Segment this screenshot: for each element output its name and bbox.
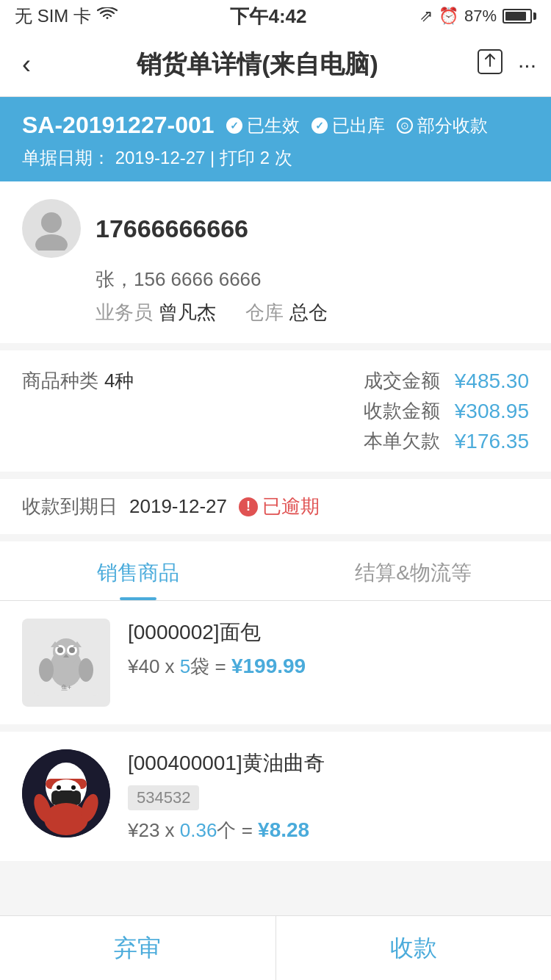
customer-row: 17666666666: [22, 199, 529, 258]
more-button[interactable]: ···: [518, 52, 536, 77]
back-button[interactable]: ‹: [15, 42, 38, 87]
overdue-badge: ! 已逾期: [239, 494, 320, 519]
status-bar: 无 SIM 卡 下午4:42 ⇗ ⏰ 87%: [0, 0, 551, 32]
separator-1: =: [209, 655, 231, 677]
received-value: ¥308.95: [455, 400, 529, 423]
svg-text:鱼+: 鱼+: [61, 684, 71, 691]
qty-unit-1: 袋: [190, 655, 209, 677]
amount-label: 成交金额: [364, 368, 440, 394]
product-thumb-2: [22, 749, 110, 837]
status-bar-left: 无 SIM 卡: [15, 4, 118, 28]
warehouse-label: 仓库: [245, 300, 284, 325]
staff-label: 业务员: [96, 300, 153, 325]
share-button[interactable]: [477, 48, 503, 80]
alarm-icon: ⏰: [439, 7, 458, 26]
product-total-2: ¥8.28: [258, 818, 309, 841]
stats-section: 商品种类 4种 成交金额 ¥485.30 收款金额 ¥308.95 本单欠款 ¥…: [0, 350, 551, 472]
staff-name: 曾凡杰: [159, 300, 216, 325]
product-name-2: [000400001]黄油曲奇: [128, 749, 529, 777]
price-text-2: ¥23 x: [128, 819, 180, 841]
warehouse-name: 总仓: [289, 300, 328, 325]
svg-point-2: [41, 212, 62, 233]
product-price-1: ¥40 x 5袋 = ¥199.99: [128, 654, 529, 680]
stats-left: 商品种类 4种: [22, 368, 134, 394]
product-info-1: [0000002]面包 ¥40 x 5袋 = ¥199.99: [128, 619, 529, 680]
status-bar-time: 下午4:42: [230, 4, 306, 29]
tab-settlement[interactable]: 结算&物流等: [276, 541, 551, 600]
wifi-icon: [97, 6, 118, 26]
debt-label: 本单欠款: [364, 428, 440, 454]
qty-value-1: 5: [180, 655, 190, 677]
page-title: 销货单详情(来自电脑): [38, 48, 477, 82]
order-banner: SA-20191227-001 ✓ 已生效 ✓ 已出库 ⊙ 部分收款 单据日期：…: [0, 97, 551, 181]
date-label: 单据日期：: [22, 148, 110, 167]
check-icon-2: ✓: [311, 118, 328, 134]
battery-percentage: 87%: [464, 7, 497, 26]
amount-value: ¥485.30: [455, 370, 529, 393]
category-label: 商品种类: [22, 368, 98, 394]
svg-point-26: [44, 803, 88, 835]
svg-point-10: [69, 647, 75, 653]
confirm-button[interactable]: 收款: [276, 916, 552, 980]
bottom-bar: 弃审 收款: [0, 915, 551, 980]
list-item: [000400001]黄油曲奇 534532 ¥23 x 0.36个 = ¥8.…: [0, 732, 551, 861]
svg-point-25: [71, 785, 76, 790]
svg-point-9: [57, 647, 63, 653]
svg-point-24: [57, 785, 61, 790]
nav-actions: ···: [477, 48, 536, 80]
product-thumb-1: 鱼+: [22, 619, 110, 707]
tab-underline: [120, 597, 156, 600]
print-info: | 打印 2 次: [210, 148, 292, 167]
product-total-1: ¥199.99: [231, 655, 306, 677]
qty-unit-2: 个: [217, 819, 236, 841]
status-shipped: ✓ 已出库: [311, 114, 385, 137]
cancel-button[interactable]: 弃审: [0, 916, 276, 980]
separator-2: =: [236, 819, 258, 841]
order-id: SA-20191227-001: [22, 112, 215, 139]
customer-staff-row: 业务员 曾凡杰 仓库 总仓: [96, 300, 529, 325]
due-section: 收款到期日 2019-12-27 ! 已逾期: [0, 479, 551, 534]
location-icon: ⇗: [419, 7, 433, 26]
customer-id: 17666666666: [96, 215, 248, 243]
qty-value-2: 0.36: [180, 819, 217, 841]
tab-section: 销售商品 结算&物流等: [0, 541, 551, 601]
received-label: 收款金额: [364, 398, 440, 424]
stats-received-row: 收款金额 ¥308.95: [364, 398, 529, 424]
price-text-1: ¥40 x: [128, 655, 180, 677]
debt-value: ¥176.35: [455, 430, 529, 453]
product-list: 鱼+ [0000002]面包 ¥40 x 5袋 = ¥199.99: [0, 601, 551, 861]
clock-icon: ⊙: [397, 118, 413, 134]
svg-point-15: [79, 658, 93, 682]
stats-right: 成交金额 ¥485.30 收款金额 ¥308.95 本单欠款 ¥176.35: [364, 368, 529, 454]
status-partial: ⊙ 部分收款: [397, 114, 488, 137]
tab-sales-products[interactable]: 销售商品: [0, 541, 276, 600]
stats-category: 商品种类 4种: [22, 368, 134, 394]
stats-amount-row: 成交金额 ¥485.30: [364, 368, 529, 394]
carrier-label: 无 SIM 卡: [15, 4, 91, 28]
status-effective: ✓ 已生效: [226, 114, 300, 137]
customer-detail: 张，156 6666 6666: [96, 267, 529, 292]
customer-section: 17666666666 张，156 6666 6666 业务员 曾凡杰 仓库 总…: [0, 181, 551, 343]
due-date-value: 2019-12-27: [129, 495, 227, 518]
order-id-row: SA-20191227-001 ✓ 已生效 ✓ 已出库 ⊙ 部分收款: [22, 112, 529, 139]
due-label: 收款到期日: [22, 494, 118, 519]
battery-icon: [503, 9, 536, 24]
product-info-2: [000400001]黄油曲奇 534532 ¥23 x 0.36个 = ¥8.…: [128, 749, 529, 843]
stats-debt-row: 本单欠款 ¥176.35: [364, 428, 529, 454]
check-icon-1: ✓: [226, 118, 242, 134]
product-badge-2: 534532: [128, 785, 199, 810]
product-price-2: ¥23 x 0.36个 = ¥8.28: [128, 818, 529, 843]
status-bar-right: ⇗ ⏰ 87%: [419, 7, 536, 26]
category-value: 4种: [104, 368, 134, 394]
overdue-icon: !: [239, 497, 258, 516]
order-date: 2019-12-27: [115, 148, 206, 167]
avatar: [22, 199, 81, 258]
nav-bar: ‹ 销货单详情(来自电脑) ···: [0, 32, 551, 97]
overdue-label: 已逾期: [262, 494, 320, 519]
svg-point-3: [35, 234, 68, 251]
order-date-row: 单据日期： 2019-12-27 | 打印 2 次: [22, 146, 529, 170]
product-name-1: [0000002]面包: [128, 619, 529, 646]
svg-point-14: [39, 658, 54, 682]
list-item: 鱼+ [0000002]面包 ¥40 x 5袋 = ¥199.99: [0, 601, 551, 724]
